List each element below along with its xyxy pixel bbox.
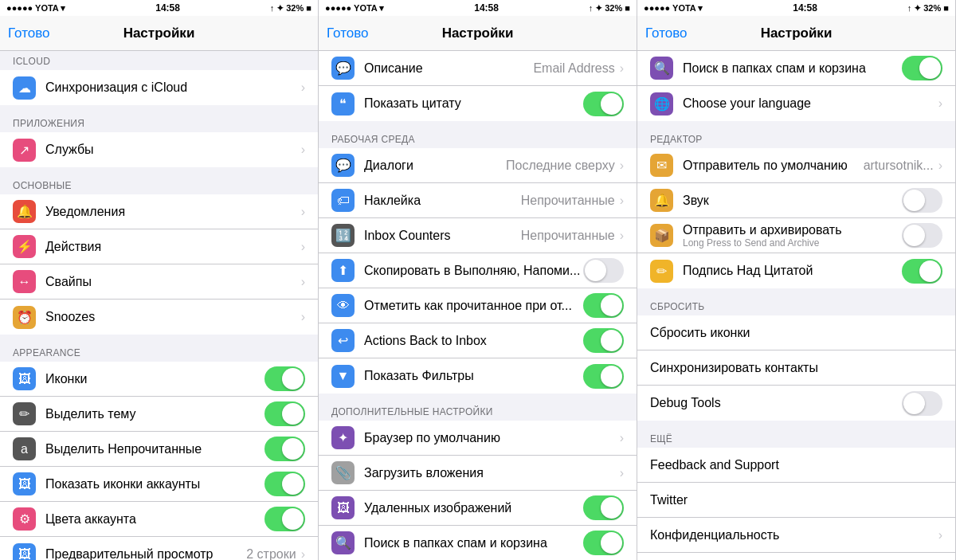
settings-scroll[interactable]: 🔍Поиск в папках спам и корзина🌐Choose yo… bbox=[637, 51, 955, 560]
settings-item[interactable]: 🔢Inbox CountersНепрочитанные› bbox=[319, 218, 637, 253]
settings-item[interactable]: Конфиденциальность› bbox=[637, 518, 955, 553]
status-bar: ●●●●● YOTA ▾ 14:58 ↑ ✦ 32% ■ bbox=[637, 0, 955, 16]
settings-item[interactable]: aВыделить Непрочитанные bbox=[0, 432, 318, 467]
settings-item[interactable]: Twitter bbox=[637, 483, 955, 518]
settings-item[interactable]: 📦 Отправить и архивировать Long Press to… bbox=[637, 218, 955, 253]
item-label: Синхронизировать контакты bbox=[650, 361, 942, 375]
settings-item[interactable]: 🖼Предварительный просмотр2 строки› bbox=[0, 537, 318, 560]
toggle-switch[interactable] bbox=[583, 92, 624, 116]
item-label: Snoozes bbox=[45, 310, 301, 324]
settings-item[interactable]: 👁Отметить как прочитанное при от... bbox=[319, 288, 637, 323]
settings-item[interactable]: ⚙Цвета аккаунта bbox=[0, 502, 318, 537]
nav-done-button[interactable]: Готово bbox=[645, 25, 688, 41]
toggle-switch[interactable] bbox=[902, 391, 942, 416]
nav-done-button[interactable]: Готово bbox=[327, 25, 369, 41]
item-icon: ⏰ bbox=[13, 306, 36, 329]
chevron-icon: › bbox=[620, 194, 624, 208]
settings-item[interactable]: 💬ДиалогиПоследние сверху› bbox=[319, 148, 637, 183]
chevron-icon: › bbox=[938, 159, 942, 173]
panel-3: ●●●●● YOTA ▾ 14:58 ↑ ✦ 32% ■ Готово Наст… bbox=[637, 0, 956, 560]
settings-item[interactable]: 🔍Поиск в папках спам и корзина bbox=[319, 526, 637, 560]
settings-item[interactable]: 🔔Уведомления› bbox=[0, 194, 318, 229]
toggle-switch[interactable] bbox=[583, 328, 624, 353]
item-label: Уведомления bbox=[45, 205, 301, 219]
settings-item[interactable]: 🖼Показать иконки аккаунты bbox=[0, 467, 318, 502]
settings-group: ↗Службы› bbox=[0, 132, 318, 167]
toggle-switch[interactable] bbox=[264, 366, 305, 391]
settings-item[interactable]: ❝Показать цитату bbox=[319, 86, 637, 121]
toggle-switch[interactable] bbox=[264, 472, 305, 496]
settings-item[interactable]: ⏰Snoozes› bbox=[0, 300, 318, 335]
item-icon: ✦ bbox=[331, 426, 355, 449]
chevron-icon: › bbox=[301, 80, 305, 95]
toggle-switch[interactable] bbox=[264, 507, 305, 531]
settings-scroll[interactable]: 💬ОписаниеEmail Address›❝Показать цитатуР… bbox=[319, 51, 637, 560]
item-label: Предварительный просмотр bbox=[45, 547, 246, 560]
settings-item[interactable]: ✏Подпись Над Цитатой bbox=[637, 253, 955, 288]
item-icon: 🔍 bbox=[650, 57, 673, 80]
toggle-switch[interactable] bbox=[264, 437, 305, 461]
settings-item[interactable]: 🏷НаклейкаНепрочитанные› bbox=[319, 183, 637, 218]
chevron-icon: › bbox=[301, 310, 305, 324]
settings-item[interactable]: ↔Свайпы› bbox=[0, 264, 318, 300]
settings-item[interactable]: ✉Отправитель по умолчаниюartursotnik...› bbox=[637, 148, 955, 183]
item-label: Показать цитату bbox=[364, 96, 583, 111]
settings-item[interactable]: Feedback and Support bbox=[637, 448, 955, 483]
item-label: Поиск в папках спам и корзина bbox=[364, 536, 583, 550]
settings-item[interactable]: 🖼Удаленных изображений bbox=[319, 491, 637, 526]
settings-item[interactable]: 🖼Иконки bbox=[0, 362, 318, 397]
item-icon: ↩ bbox=[331, 329, 355, 352]
settings-item[interactable]: ↗Службы› bbox=[0, 132, 318, 167]
toggle-switch[interactable] bbox=[583, 495, 624, 520]
settings-item[interactable]: ⬆Скопировать в Выполняю, Напоми... bbox=[319, 253, 637, 288]
chevron-icon: › bbox=[620, 159, 624, 173]
nav-done-button[interactable]: Готово bbox=[8, 25, 50, 41]
settings-item[interactable]: ☁Синхронизация с iCloud› bbox=[0, 70, 318, 105]
toggle-switch[interactable] bbox=[902, 188, 942, 213]
toggle-switch[interactable] bbox=[583, 364, 624, 389]
settings-scroll[interactable]: ICLOUD☁Синхронизация с iCloud›ПРИЛОЖЕНИЯ… bbox=[0, 51, 318, 560]
chevron-icon: › bbox=[301, 205, 305, 219]
item-label: Inbox Counters bbox=[364, 229, 521, 243]
item-icon: 💬 bbox=[331, 57, 355, 80]
settings-item[interactable]: 📎Загрузить вложения› bbox=[319, 456, 637, 491]
settings-item[interactable]: Синхронизировать контакты bbox=[637, 350, 955, 386]
settings-item[interactable]: Airmail 1.0 версия86 [3] bbox=[637, 553, 955, 560]
item-icon: 🏷 bbox=[331, 189, 355, 212]
item-icon: 🌐 bbox=[650, 92, 673, 116]
toggle-switch[interactable] bbox=[902, 56, 942, 80]
chevron-icon: › bbox=[620, 61, 624, 76]
item-label: Twitter bbox=[650, 493, 942, 507]
item-label: Наклейка bbox=[364, 194, 521, 208]
chevron-icon: › bbox=[620, 466, 624, 480]
toggle-switch[interactable] bbox=[583, 293, 624, 318]
toggle-switch[interactable] bbox=[583, 531, 624, 555]
item-icon: 📦 bbox=[650, 224, 673, 247]
toggle-switch[interactable] bbox=[264, 401, 305, 426]
settings-item[interactable]: 🔔Звук bbox=[637, 183, 955, 218]
settings-item[interactable]: 🔍Поиск в папках спам и корзина bbox=[637, 51, 955, 86]
chevron-icon: › bbox=[938, 96, 942, 111]
battery-signal: ↑ ✦ 32% ■ bbox=[270, 3, 311, 14]
nav-bar: Готово Настройки bbox=[637, 16, 955, 51]
item-label: Показать Фильтры bbox=[364, 369, 583, 383]
settings-item[interactable]: ▼Показать Фильтры bbox=[319, 358, 637, 394]
settings-item[interactable]: Сбросить иконки bbox=[637, 315, 955, 350]
settings-item[interactable]: ✦Браузер по умолчанию› bbox=[319, 421, 637, 456]
toggle-switch[interactable] bbox=[902, 259, 942, 284]
section-header: ICLOUD bbox=[0, 51, 318, 70]
item-icon: ↔ bbox=[13, 270, 36, 293]
settings-item[interactable]: ✏Выделить тему bbox=[0, 397, 318, 432]
settings-item[interactable]: ⚡Действия› bbox=[0, 229, 318, 264]
item-value: artursotnik... bbox=[864, 159, 934, 173]
item-label: Загрузить вложения bbox=[364, 466, 620, 480]
toggle-switch[interactable] bbox=[583, 258, 624, 283]
item-label: Удаленных изображений bbox=[364, 501, 583, 515]
toggle-switch[interactable] bbox=[902, 223, 942, 248]
settings-item[interactable]: 💬ОписаниеEmail Address› bbox=[319, 51, 637, 86]
status-time: 14:58 bbox=[793, 2, 817, 14]
settings-item[interactable]: 🌐Choose your language› bbox=[637, 86, 955, 121]
settings-item[interactable]: Debug Tools bbox=[637, 386, 955, 421]
item-icon: 🖼 bbox=[13, 472, 36, 495]
settings-item[interactable]: ↩Actions Back to Inbox bbox=[319, 323, 637, 358]
